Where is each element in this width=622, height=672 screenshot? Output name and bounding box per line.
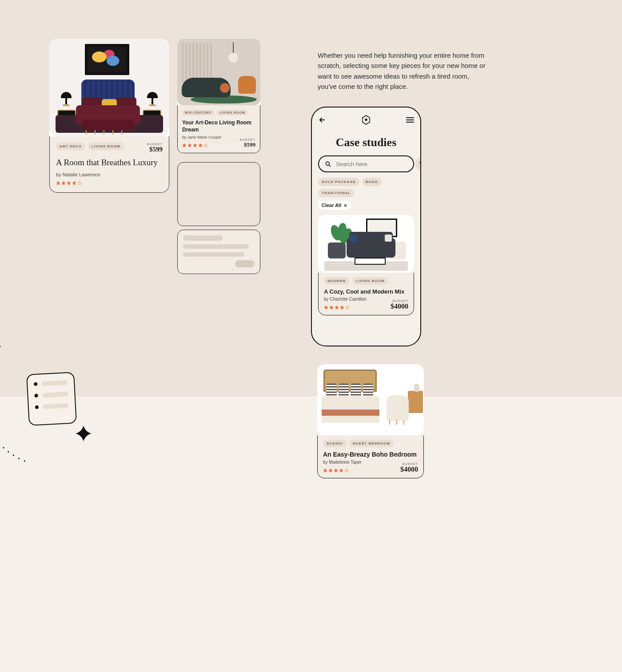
clear-filters-button[interactable]: Clear All [318, 201, 351, 210]
card-image [317, 364, 424, 435]
card-panel: SCANDI GUEST BEDROOM An Easy-Breazy Boho… [317, 435, 424, 478]
tag-chip[interactable]: LIVING ROOM [217, 110, 248, 115]
chip-row: SCANDI GUEST BEDROOM [323, 440, 418, 447]
phone-topbar [318, 115, 414, 125]
tag-chip[interactable]: LIVING ROOM [352, 277, 388, 285]
search-bar[interactable] [318, 155, 414, 172]
budget-label: BUDGET [391, 299, 408, 302]
card-title: A Room that Breathes Luxury [56, 157, 163, 168]
card-image [49, 39, 169, 136]
filter-chip[interactable]: TRADITIONAL [318, 189, 354, 197]
case-card-skeleton [177, 162, 260, 274]
case-card-large[interactable]: ART DECO LIVING ROOM BUDGET $599 A Room … [49, 39, 169, 193]
intro-text: Whether you need help furnishing your en… [318, 50, 486, 91]
card-title: Your Art-Deco Living Room Dream [182, 119, 255, 133]
filter-icon [419, 161, 421, 167]
boho-bedroom-illustration [317, 364, 424, 435]
budget: BUDGET $599 [240, 138, 255, 148]
search-input[interactable] [335, 160, 411, 168]
decorative-cluster [0, 342, 116, 466]
tag-chip[interactable]: LIVING ROOM [88, 143, 124, 150]
menu-icon[interactable] [406, 117, 414, 123]
budget-value: $4000 [400, 465, 418, 473]
budget-value: $599 [240, 141, 255, 148]
tag-chip[interactable]: MODERN [324, 277, 350, 285]
case-card-medium[interactable]: MID-CENTURY LIVING ROOM Your Art-Deco Li… [177, 39, 260, 153]
filter-button[interactable] [415, 157, 421, 171]
sparkle-icon [75, 425, 92, 442]
card-image [177, 39, 260, 105]
budget-value: $599 [147, 146, 163, 153]
budget-label: BUDGET [147, 143, 163, 146]
livingroom-illustration [177, 39, 260, 105]
budget: BUDGET $4000 [400, 462, 418, 473]
budget-value: $4000 [391, 302, 408, 310]
skeleton-panel [177, 230, 260, 274]
card-title: An Easy-Breazy Boho Bedroom [323, 451, 418, 458]
budget-label: BUDGET [400, 462, 418, 465]
card-panel: ART DECO LIVING ROOM BUDGET $599 A Room … [49, 136, 169, 193]
filter-row: GOLD PACKAGE BOHO TRADITIONAL [318, 178, 414, 197]
filter-chip[interactable]: GOLD PACKAGE [318, 178, 359, 186]
case-card[interactable]: SCANDI GUEST BEDROOM An Easy-Breazy Boho… [317, 364, 424, 478]
filter-chip[interactable]: BOHO [362, 178, 382, 186]
search-icon [324, 160, 331, 167]
budget: BUDGET $599 [147, 143, 163, 153]
tag-chip[interactable]: ART DECO [56, 143, 85, 150]
chip-row: MODERN LIVING ROOM [324, 277, 408, 285]
modern-livingroom-illustration [318, 215, 414, 273]
tag-chip[interactable]: GUEST BEDROOM [349, 440, 394, 447]
tag-chip[interactable]: MID-CENTURY [182, 110, 214, 115]
card-title: A Cozy, Cool and Modern Mix [324, 288, 408, 295]
page-title: Case studies [318, 136, 414, 149]
card-panel: MODERN LIVING ROOM A Cozy, Cool and Mode… [318, 273, 414, 315]
brand-logo-icon [361, 115, 371, 125]
case-card[interactable]: MODERN LIVING ROOM A Cozy, Cool and Mode… [318, 215, 414, 315]
list-card-icon [26, 372, 77, 425]
close-icon [343, 203, 347, 207]
skeleton-image [177, 162, 260, 226]
budget-label: BUDGET [240, 138, 255, 141]
card-panel: MID-CENTURY LIVING ROOM Your Art-Deco Li… [177, 105, 260, 153]
budget: BUDGET $4000 [391, 299, 408, 310]
clear-label: Clear All [322, 203, 341, 208]
star-rating [56, 181, 163, 185]
card-author: by Natalie Lawrence [56, 172, 163, 177]
phone-frame: Case studies GOLD PACKAGE BOHO TRADITION… [311, 107, 421, 346]
card-image [318, 215, 414, 273]
chip-row: MID-CENTURY LIVING ROOM [182, 110, 255, 115]
tag-chip[interactable]: SCANDI [323, 440, 347, 447]
svg-point-1 [326, 162, 329, 165]
back-icon[interactable] [318, 116, 326, 124]
bedroom-illustration [49, 39, 169, 136]
